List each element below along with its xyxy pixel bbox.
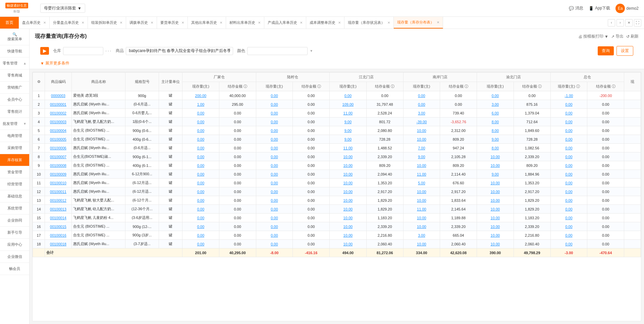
row-jiangbei-qty[interactable]: 10.00 bbox=[330, 179, 367, 187]
row-jiangbei-qty[interactable]: 10.00 bbox=[330, 161, 367, 170]
row-nanan-qty[interactable]: 5.00 bbox=[403, 179, 440, 187]
row-total-qty[interactable]: 0.00 bbox=[550, 222, 587, 231]
row-nanan-qty[interactable]: 10.00 bbox=[403, 126, 440, 135]
sidebar-item-retail-mgmt[interactable]: 零售管理 ▲ bbox=[0, 57, 29, 70]
row-factory-qty[interactable]: 0.00 bbox=[182, 161, 219, 170]
row-total-qty[interactable]: 0.00 bbox=[550, 126, 587, 135]
export-btn[interactable]: ↗ 导出 bbox=[611, 34, 624, 39]
row-nanan-qty[interactable]: 3.00 bbox=[403, 109, 440, 118]
row-total-qty[interactable]: 0.00 bbox=[550, 240, 587, 248]
row-code[interactable]: 00100002 bbox=[45, 109, 72, 118]
tab-next-btn[interactable]: › bbox=[616, 19, 624, 27]
row-jiangbei-qty[interactable]: 0.00 bbox=[330, 91, 367, 100]
row-code[interactable]: 00100010 bbox=[45, 179, 72, 187]
row-jiangbei-qty[interactable]: 10.00 bbox=[330, 187, 367, 196]
row-factory-qty[interactable]: 0.00 bbox=[182, 196, 219, 205]
row-lucun-qty[interactable]: 0.00 bbox=[256, 179, 293, 187]
row-jiangbei-qty[interactable]: 9.00 bbox=[330, 118, 367, 126]
row-nanan-qty[interactable]: 7.00 bbox=[403, 144, 440, 152]
row-jiangbei-qty[interactable]: 10.00 bbox=[330, 240, 367, 248]
row-total-qty[interactable]: 0.00 bbox=[550, 231, 587, 240]
row-nanan-qty[interactable]: 9.00 bbox=[403, 152, 440, 161]
sidebar-item-member[interactable]: 会员中心 bbox=[0, 94, 29, 106]
close-icon[interactable]: ✕ bbox=[437, 20, 439, 24]
row-factory-qty[interactable]: 0.00 bbox=[182, 170, 219, 179]
warehouse-input[interactable] bbox=[63, 47, 103, 55]
sidebar-item-inventory[interactable]: 库存核算 bbox=[0, 154, 29, 166]
close-icon[interactable]: ✕ bbox=[258, 21, 261, 25]
sidebar-item-wechat[interactable]: 企业微信 bbox=[0, 251, 29, 263]
product-input[interactable] bbox=[126, 47, 233, 55]
row-factory-qty[interactable]: 0.00 bbox=[182, 135, 219, 144]
tab-xiancunfenbu[interactable]: 现存量（库存分布表） ✕ bbox=[394, 17, 443, 29]
close-icon[interactable]: ✕ bbox=[300, 21, 303, 25]
row-total-qty[interactable]: 0.00 bbox=[550, 170, 587, 179]
row-jiangbei-qty[interactable]: 10.00 bbox=[330, 231, 367, 240]
close-icon[interactable]: ✕ bbox=[387, 21, 390, 25]
row-total-qty[interactable]: 0.00 bbox=[550, 161, 587, 170]
row-nanan-qty[interactable]: 0.00 bbox=[403, 100, 440, 109]
row-jiangbei-qty[interactable]: 9.00 bbox=[330, 126, 367, 135]
sidebar-item-ecommerce[interactable]: 电商管理 bbox=[0, 130, 29, 142]
row-nanan-qty[interactable]: -39.00 bbox=[403, 118, 440, 126]
row-code[interactable]: 00100013 bbox=[45, 205, 72, 214]
row-lucun-qty[interactable]: 0.00 bbox=[256, 144, 293, 152]
row-yubei-qty[interactable]: 8.00 bbox=[477, 144, 514, 152]
row-lucun-qty[interactable]: 0.00 bbox=[256, 152, 293, 161]
sidebar-item-retail-stats[interactable]: 零售统计 bbox=[0, 106, 29, 118]
row-code[interactable]: 00100006 bbox=[45, 144, 72, 152]
row-code[interactable]: 00100005 bbox=[45, 135, 72, 144]
row-factory-qty[interactable]: 0.00 bbox=[182, 109, 219, 118]
close-icon[interactable]: ✕ bbox=[338, 21, 341, 25]
tab-cailiao[interactable]: 材料出库单历史 ✕ bbox=[226, 17, 264, 29]
expand-more-btn[interactable]: ▼ 展开更多条件 bbox=[40, 60, 69, 66]
row-jiangbei-qty[interactable]: 10.00 bbox=[330, 205, 367, 214]
expand-toggle-btn[interactable]: ▶ bbox=[40, 47, 49, 55]
tab-fullscreen-btn[interactable]: ⛶ bbox=[634, 19, 641, 27]
sidebar-item-enterprise[interactable]: 企业协同 bbox=[0, 215, 29, 227]
industry-dropdown[interactable]: 母婴行业演示陈套 ▼ bbox=[40, 4, 85, 13]
row-jiangbei-qty[interactable]: 10.00 bbox=[330, 152, 367, 161]
row-factory-qty[interactable]: 0.00 bbox=[182, 118, 219, 126]
row-yubei-qty[interactable]: 10.00 bbox=[477, 214, 514, 222]
row-yubei-qty[interactable]: 8.00 bbox=[477, 118, 514, 126]
row-lucun-qty[interactable]: 0.00 bbox=[256, 91, 293, 100]
row-yubei-qty[interactable]: 10.00 bbox=[477, 205, 514, 214]
row-nanan-qty[interactable]: 10.00 bbox=[403, 222, 440, 231]
query-btn[interactable]: 查询 bbox=[598, 46, 614, 55]
row-yubei-qty[interactable]: 9.00 bbox=[477, 135, 514, 144]
tab-qita[interactable]: 其他出库单历史 ✕ bbox=[188, 17, 226, 29]
row-factory-qty[interactable]: 0.00 bbox=[182, 222, 219, 231]
row-yubei-qty[interactable]: 10.00 bbox=[477, 222, 514, 231]
sidebar-item-basic-info[interactable]: 基础信息 bbox=[0, 190, 29, 202]
row-yubei-qty[interactable]: 3.00 bbox=[477, 100, 514, 109]
close-icon[interactable]: ✕ bbox=[220, 21, 222, 25]
tab-close-all-btn[interactable]: ✕ bbox=[625, 19, 633, 27]
row-factory-qty[interactable]: 0.00 bbox=[182, 126, 219, 135]
sidebar-item-appcenter[interactable]: 应用中心 bbox=[0, 239, 29, 251]
row-code[interactable]: 00100004 bbox=[45, 126, 72, 135]
row-factory-qty[interactable]: 0.00 bbox=[182, 179, 219, 187]
row-factory-qty[interactable]: 0.00 bbox=[182, 231, 219, 240]
close-icon[interactable]: ✕ bbox=[181, 21, 184, 25]
row-code[interactable]: 00100001 bbox=[45, 100, 72, 109]
tab-yaohuo[interactable]: 要货单历史 ✕ bbox=[157, 17, 188, 29]
row-lucun-qty[interactable]: 0.00 bbox=[256, 109, 293, 118]
row-code[interactable]: 00100018 bbox=[45, 240, 72, 248]
tab-prev-btn[interactable]: ‹ bbox=[608, 19, 615, 27]
row-yubei-qty[interactable]: 10.00 bbox=[477, 161, 514, 170]
row-total-qty[interactable]: 0.00 bbox=[550, 179, 587, 187]
tab-chengben[interactable]: 成本调整单历史 ✕ bbox=[306, 17, 344, 29]
row-code[interactable]: 00100015 bbox=[45, 222, 72, 231]
sidebar-item-guide[interactable]: 新手引导 bbox=[0, 227, 29, 239]
tab-chancheng[interactable]: 产成品入库单历史 ✕ bbox=[264, 17, 306, 29]
table-container[interactable]: ⚙ 商品编码 商品名称 规格型号 主计量单位 厂家仓 陆村仓 江北门店 南岸门店… bbox=[32, 72, 641, 321]
row-code[interactable]: 00100012 bbox=[45, 196, 72, 205]
tab-diaoba[interactable]: 调拨单历史 ✕ bbox=[126, 17, 157, 29]
sidebar-item-marketing[interactable]: 营销推广 bbox=[0, 82, 29, 94]
sidebar-item-operations[interactable]: 经营管理 bbox=[0, 178, 29, 190]
row-factory-qty[interactable]: 0.00 bbox=[182, 240, 219, 248]
user-area[interactable]: Ea demo2 bbox=[615, 4, 639, 13]
sidebar-item-quicknav[interactable]: 快捷导航 bbox=[0, 45, 29, 57]
row-lucun-qty[interactable]: 0.00 bbox=[256, 170, 293, 179]
